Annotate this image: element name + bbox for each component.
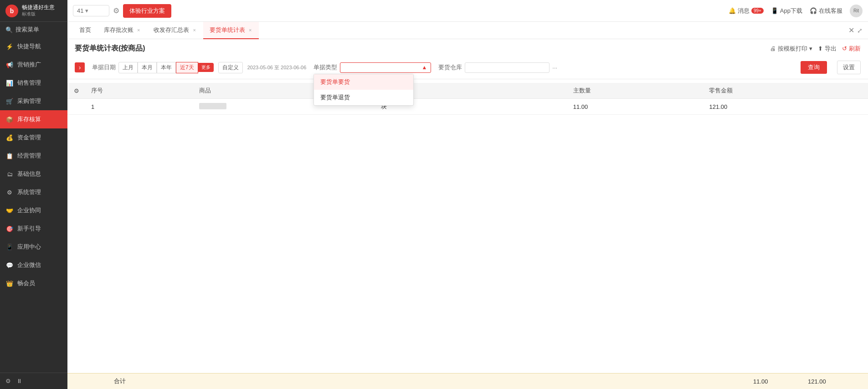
- table-body: 1 块 11.00 121.00: [67, 99, 868, 115]
- sidebar-item-wechat[interactable]: 💬 企业微信: [0, 256, 67, 274]
- page-title-row: 要货单统计表(按商品) 🖨 按模板打印 ▾ ⬆ 导出 ↺ 刷新: [75, 44, 861, 53]
- row-amount: 121.00: [704, 99, 868, 115]
- tab-receivables-label: 收发存汇总表: [154, 26, 189, 34]
- tab-order-stats-close[interactable]: ×: [248, 27, 252, 33]
- search-icon: 🔍: [5, 26, 13, 33]
- print-button[interactable]: 🖨 按模板打印 ▾: [770, 45, 812, 53]
- app-download-button[interactable]: 📱 App下载: [771, 7, 802, 15]
- warehouse-filter-group: 要货仓库 ···: [438, 62, 557, 73]
- tab-receivables-close[interactable]: ×: [192, 27, 196, 33]
- sidebar-item-appstore[interactable]: 📱 应用中心: [0, 238, 67, 256]
- sidebar-item-collab[interactable]: 🤝 企业协同: [0, 201, 67, 220]
- tab-batch-ledger-close[interactable]: ×: [136, 27, 141, 33]
- sidebar-item-operations[interactable]: 📋 经营管理: [0, 147, 67, 165]
- phone-icon: 📱: [771, 7, 778, 14]
- warehouse-more-icon[interactable]: ···: [552, 64, 557, 71]
- nav-label-purchase: 采购管理: [17, 97, 41, 105]
- column-header-quantity: 主数量: [568, 83, 704, 99]
- export-button[interactable]: ⬆ 导出: [818, 45, 837, 53]
- printer-icon: 🖨: [770, 45, 776, 52]
- app-logo-icon: b: [5, 5, 18, 17]
- filter-expand-button[interactable]: ›: [75, 62, 85, 72]
- sidebar-item-sales[interactable]: 📊 销售管理: [0, 74, 67, 92]
- type-filter-group: 单据类型 ▲ 要货单要货 要货单退货: [313, 62, 431, 73]
- type-filter-text[interactable]: [344, 64, 421, 71]
- column-header-index: 序号: [86, 83, 194, 99]
- date-btn-this-month[interactable]: 本月: [138, 62, 157, 73]
- tab-order-stats-label: 要货单统计表: [210, 26, 245, 34]
- sidebar-item-inventory[interactable]: 📦 库存核算: [0, 110, 67, 128]
- app-version: 标准版: [22, 11, 55, 17]
- notifications-button[interactable]: 🔔 消息 99+: [729, 7, 764, 15]
- sidebar-item-purchase[interactable]: 🛒 采购管理: [0, 92, 67, 110]
- nav-icon-marketing: 📢: [5, 61, 14, 69]
- refresh-label: 刷新: [849, 45, 861, 53]
- row-gear: [67, 99, 86, 115]
- nav-label-sales: 销售管理: [17, 79, 41, 87]
- tab-batch-ledger-label: 库存批次账: [104, 26, 134, 34]
- date-range-display: 2023-05-06 至 2023-06-06: [247, 64, 307, 71]
- tab-order-stats[interactable]: 要货单统计表 ×: [203, 22, 259, 39]
- type-filter-input[interactable]: ▲: [340, 62, 431, 73]
- print-chevron-icon: ▾: [809, 45, 812, 52]
- column-header-gear[interactable]: ⚙: [67, 83, 86, 99]
- nav-label-marketing: 营销推广: [17, 61, 41, 69]
- tab-batch-ledger[interactable]: 库存批次账 ×: [98, 22, 147, 39]
- user-avatar[interactable]: Rit: [850, 5, 863, 17]
- refresh-button[interactable]: ↺ 刷新: [842, 45, 861, 53]
- sidebar-search[interactable]: 🔍 搜索菜单: [0, 22, 67, 37]
- nav-label-quick: 快捷导航: [17, 42, 41, 51]
- dropdown-item-yaohuo-order[interactable]: 要货单要货: [314, 74, 413, 90]
- sidebar-item-guide[interactable]: 🎯 新手引导: [0, 220, 67, 238]
- nav-icon-system: ⚙: [5, 188, 14, 196]
- nav-label-inventory: 库存核算: [17, 115, 41, 123]
- pause-bottom-icon[interactable]: ⏸: [16, 378, 22, 384]
- tab-receivables-summary[interactable]: 收发存汇总表 ×: [147, 22, 203, 39]
- tab-home[interactable]: 首页: [73, 22, 98, 39]
- trial-button[interactable]: 体验行业方案: [123, 4, 171, 18]
- close-all-tabs-icon[interactable]: ✕: [848, 26, 854, 35]
- sidebar-item-marketing[interactable]: 📢 营销推广: [0, 56, 67, 74]
- header-settings-icon[interactable]: ⚙: [113, 6, 119, 15]
- sidebar-item-finance[interactable]: 💰 资金管理: [0, 128, 67, 147]
- notifications-label: 消息: [738, 7, 750, 15]
- settings-bottom-icon[interactable]: ⚙: [5, 378, 11, 384]
- nav-label-operations: 经营管理: [17, 152, 41, 160]
- expand-tabs-icon[interactable]: ⤢: [857, 27, 863, 34]
- settings-button[interactable]: 设置: [837, 61, 861, 74]
- query-button[interactable]: 查询: [801, 61, 827, 74]
- tabs-right-actions: ✕ ⤢: [848, 26, 863, 35]
- store-selector[interactable]: 41 ▾: [73, 5, 109, 16]
- nav-icon-basic: 🗂: [5, 170, 14, 178]
- date-custom-button[interactable]: 自定义: [218, 62, 243, 73]
- warehouse-filter-input[interactable]: [465, 62, 550, 73]
- type-chevron-up-icon[interactable]: ▲: [421, 64, 427, 71]
- footer-quantity: 11.00: [753, 378, 808, 385]
- avatar-text: Rit: [853, 8, 859, 13]
- product-placeholder: [199, 103, 226, 109]
- date-btn-last-month[interactable]: 上月: [118, 62, 138, 73]
- bell-icon: 🔔: [729, 7, 736, 14]
- date-filter-label: 单据日期: [92, 63, 116, 72]
- page-actions: 🖨 按模板打印 ▾ ⬆ 导出 ↺ 刷新: [770, 45, 861, 53]
- sidebar-item-member[interactable]: 👑 畅会员: [0, 274, 67, 292]
- top-header: 41 ▾ ⚙ 体验行业方案 🔔 消息 99+ 📱 App下载 🎧 在线客服 Ri…: [67, 0, 868, 22]
- warehouse-filter-text[interactable]: [469, 64, 545, 71]
- sidebar-bottom: ⚙ ⏸: [0, 373, 67, 389]
- sidebar-item-system[interactable]: ⚙ 系统管理: [0, 183, 67, 201]
- nav-label-finance: 资金管理: [17, 133, 41, 142]
- date-more-button[interactable]: 更多: [198, 63, 214, 72]
- export-label: 导出: [825, 45, 837, 53]
- date-btn-last-7-days[interactable]: 近7天: [176, 62, 198, 73]
- date-btn-this-year[interactable]: 本年: [157, 62, 176, 73]
- online-service-button[interactable]: 🎧 在线客服: [810, 7, 842, 15]
- date-buttons: 上月 本月 本年 近7天 更多: [118, 62, 214, 73]
- sidebar-item-quick-nav[interactable]: ⚡ 快捷导航: [0, 37, 67, 56]
- refresh-icon: ↺: [842, 45, 847, 52]
- nav-icon-finance: 💰: [5, 133, 14, 142]
- table-header: ⚙ 序号 商品 主计量单位 主数量 零售金额: [67, 83, 868, 99]
- online-service-label: 在线客服: [819, 7, 842, 15]
- sidebar-item-basic[interactable]: 🗂 基础信息: [0, 165, 67, 183]
- nav-icon-sales: 📊: [5, 79, 14, 87]
- dropdown-item-yaohuo-return[interactable]: 要货单退货: [314, 90, 413, 105]
